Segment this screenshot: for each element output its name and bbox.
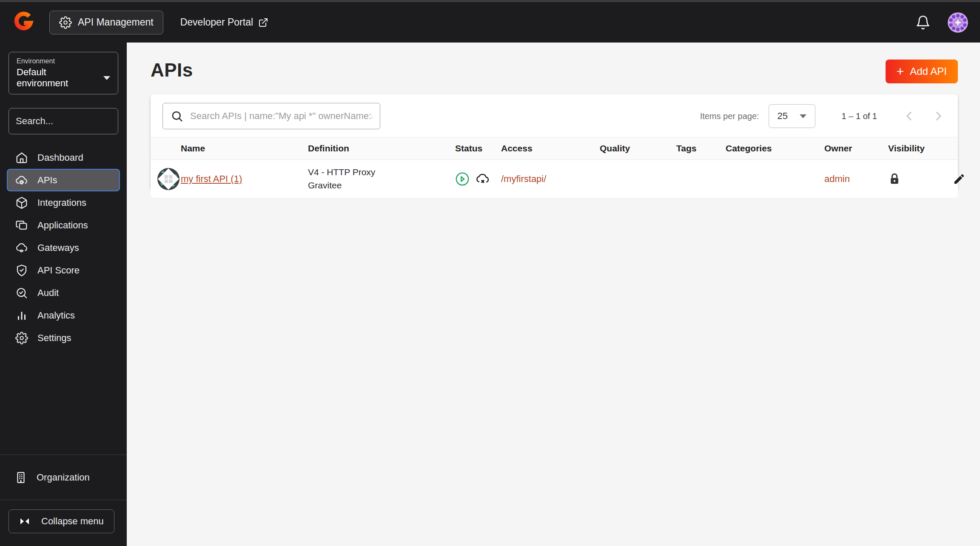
api-out-of-sync-cloud-x-icon (476, 172, 490, 186)
sidebar-item-label: Organization (37, 472, 90, 483)
avatar-identicon-icon (948, 12, 968, 33)
cloud-node-icon (15, 242, 28, 254)
apis-search[interactable] (162, 103, 380, 129)
items-per-page-select[interactable]: 25 (769, 104, 815, 128)
sidebar-item-dashboard[interactable]: Dashboard (7, 146, 120, 169)
sidebar-item-label: Applications (37, 220, 88, 231)
sidebar-item-applications[interactable]: Applications (7, 214, 120, 236)
column-header-quality: Quality (600, 143, 676, 154)
collapse-menu-button[interactable]: Collapse menu (9, 509, 114, 533)
api-definition-version: V4 - HTTP Proxy (308, 166, 455, 179)
sidebar-item-organization[interactable]: Organization (0, 455, 127, 500)
api-name-link[interactable]: my first API (1) (181, 173, 242, 184)
external-link-icon (258, 17, 268, 28)
plus-icon: + (897, 65, 904, 78)
edit-pencil-icon[interactable] (953, 173, 966, 185)
table-toolbar: Items per page: 25 1 – 1 of 1 (151, 94, 958, 137)
notifications-bell-icon[interactable] (915, 15, 931, 30)
environment-label: Environment (17, 57, 110, 65)
column-header-tags: Tags (676, 143, 726, 154)
api-management-label: API Management (78, 17, 154, 28)
gravitee-logo-icon (12, 11, 35, 34)
column-header-visibility: Visibility (888, 143, 936, 154)
api-access-path: /myfirstapi/ (501, 173, 546, 184)
gear-icon (59, 16, 72, 29)
chevron-down-icon (800, 114, 806, 118)
magnifier-check-icon (15, 287, 28, 299)
items-per-page-label: Items per page: (700, 111, 759, 121)
environment-selector[interactable]: Environment Default environment (9, 52, 118, 94)
sidebar-nav: Dashboard APIs Integrations (0, 146, 127, 349)
sidebar-item-integrations[interactable]: Integrations (7, 191, 120, 214)
gear-icon (15, 332, 28, 344)
private-lock-icon (888, 173, 901, 185)
items-per-page-value: 25 (778, 111, 788, 122)
add-api-label: Add API (910, 65, 947, 77)
cube-icon (15, 196, 28, 209)
developer-portal-label: Developer Portal (180, 17, 253, 28)
api-definition-origin: Gravitee (308, 179, 455, 192)
main-content: APIs + Add API Items per page: 25 1 – 1 … (127, 43, 980, 546)
sidebar-bottom: Organization Collapse menu (0, 455, 127, 546)
sidebar-item-audit[interactable]: Audit (7, 282, 120, 304)
api-management-button[interactable]: API Management (49, 11, 163, 34)
sidebar-item-label: Integrations (37, 197, 86, 208)
table-row: my first API (1) V4 - HTTP Proxy Gravite… (151, 160, 958, 198)
sidebar-item-gateways[interactable]: Gateways (7, 236, 120, 259)
pagination-range-label: 1 – 1 of 1 (842, 111, 877, 121)
cloud-gear-icon (15, 174, 28, 187)
topbar-right-group (915, 12, 968, 33)
sidebar-item-api-score[interactable]: API Score (7, 259, 120, 282)
page-title: APIs (151, 60, 193, 81)
sidebar-item-label: Analytics (37, 310, 75, 321)
sidebar: Environment Default environment Dashboar… (0, 43, 127, 546)
add-api-button[interactable]: + Add API (886, 60, 958, 83)
shield-check-icon (15, 264, 28, 277)
previous-page-chevron-icon[interactable] (902, 109, 916, 123)
api-identicon-icon (157, 167, 180, 191)
apis-table-card: Items per page: 25 1 – 1 of 1 (151, 94, 958, 190)
home-icon (15, 151, 28, 164)
api-started-play-icon (455, 172, 470, 186)
collapse-arrows-icon (19, 517, 30, 526)
sidebar-item-label: Settings (37, 333, 71, 344)
bar-chart-icon (15, 309, 28, 322)
column-header-definition: Definition (308, 143, 455, 154)
developer-portal-link[interactable]: Developer Portal (180, 17, 268, 28)
collapse-menu-label: Collapse menu (41, 516, 104, 527)
table-header-row: Name Definition Status Access Quality Ta… (151, 137, 958, 160)
column-header-owner: Owner (824, 143, 888, 154)
divider (0, 500, 127, 500)
sidebar-item-analytics[interactable]: Analytics (7, 304, 120, 327)
column-header-access: Access (501, 143, 600, 154)
column-header-name: Name (181, 143, 308, 154)
sidebar-item-label: Dashboard (37, 152, 83, 163)
sidebar-item-label: Audit (37, 287, 59, 299)
column-header-categories: Categories (726, 143, 824, 154)
search-icon (171, 110, 183, 122)
sidebar-item-apis[interactable]: APIs (7, 169, 120, 191)
stacked-windows-icon (15, 219, 28, 232)
environment-value: Default environment (17, 67, 98, 89)
top-bar: API Management Developer Portal (0, 0, 980, 43)
user-avatar[interactable] (948, 12, 968, 33)
apis-search-input[interactable] (190, 111, 372, 122)
sidebar-search-input[interactable] (16, 116, 138, 127)
column-header-status: Status (455, 143, 501, 154)
sidebar-item-label: API Score (37, 265, 80, 276)
sidebar-item-label: APIs (37, 175, 57, 186)
chevron-down-icon (103, 76, 110, 80)
sidebar-item-settings[interactable]: Settings (7, 327, 120, 349)
next-page-chevron-icon[interactable] (932, 109, 946, 123)
building-icon (14, 471, 27, 484)
sidebar-search[interactable] (9, 108, 118, 134)
sidebar-item-label: Gateways (37, 242, 79, 253)
api-owner: admin (824, 173, 850, 184)
